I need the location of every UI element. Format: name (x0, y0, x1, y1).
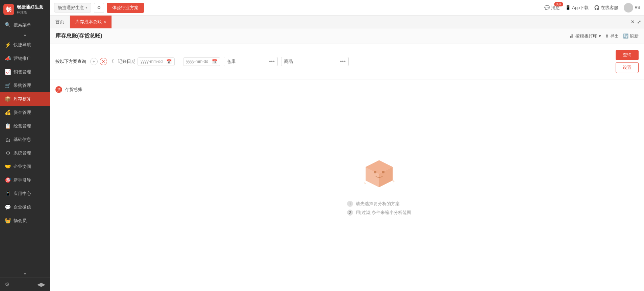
empty-state: 1 请先选择要分析的方案 2 用[过滤]条件来缩小分析范围 (114, 79, 644, 291)
sidebar-item-sales[interactable]: 📈 销售管理 (0, 65, 50, 79)
close-panel-icon[interactable]: ✕ (630, 19, 635, 25)
query-button[interactable]: 查询 (616, 50, 639, 60)
sidebar-item-member[interactable]: 👑 畅会员 (0, 214, 50, 227)
sidebar-item-label: 企业协同 (14, 164, 31, 170)
sidebar-item-finance[interactable]: 💰 资金管理 (0, 106, 50, 119)
settings-icon[interactable]: ⚙ (5, 281, 9, 288)
sidebar-item-purchase[interactable]: 🛒 采购管理 (0, 79, 50, 92)
sidebar-item-enterprise[interactable]: 🤝 企业协同 (0, 160, 50, 173)
refresh-button[interactable]: 🔄 刷新 (623, 33, 639, 39)
headset-icon: 🎧 (594, 5, 599, 10)
sidebar-item-marketing[interactable]: 📣 营销推广 (0, 52, 50, 65)
sidebar-item-wechat[interactable]: 💬 企业微信 (0, 200, 50, 214)
export-label: 导出 (610, 33, 619, 39)
warehouse-more-icon[interactable]: ••• (269, 58, 275, 65)
wechat-icon: 💬 (5, 204, 11, 210)
filter-bar: 按以下方案查询 + ✕ 《 记账日期 yyyy-mm-dd 📅 — yyyy-m… (50, 44, 644, 79)
sidebar: 畅 畅捷通好生意 标准版 🔍 搜索菜单 ▲ ⚡ 快捷导航 📣 营销推广 📈 销售… (0, 0, 50, 291)
print-label: 按模板打印 (575, 33, 597, 39)
tab-inventory-ledger[interactable]: 库存成本总账 × (70, 16, 112, 28)
tip-2: 2 用[过滤]条件来缩小分析范围 (347, 208, 411, 217)
settings-button[interactable]: 设置 (616, 62, 639, 73)
system-icon: ⚙ (5, 150, 11, 156)
app-download-label: App下载 (572, 5, 589, 11)
tab-close-icon[interactable]: × (104, 20, 106, 24)
sidebar-item-system[interactable]: ⚙ 系统管理 (0, 146, 50, 160)
trial-button[interactable]: 体验行业方案 (107, 3, 144, 13)
sidebar-item-label: 销售管理 (14, 69, 31, 75)
operation-icon: 📋 (5, 123, 11, 129)
tip-1-num: 1 (347, 201, 353, 207)
calendar-icon: 📅 (212, 59, 217, 64)
export-button[interactable]: ⬆ 导出 (605, 33, 619, 39)
sidebar-item-label: 应用中心 (14, 191, 31, 197)
date-start-text: yyyy-mm-dd (141, 59, 163, 64)
sidebar-item-label: 经营管理 (14, 123, 31, 129)
goods-more-icon[interactable]: ••• (340, 58, 346, 65)
quick-nav-icon: ⚡ (5, 42, 11, 48)
logo-icon: 畅 (3, 4, 14, 15)
filter-actions: + ✕ 《 (90, 58, 114, 65)
date-end-input[interactable]: yyyy-mm-dd 📅 (183, 57, 220, 66)
svg-marker-9 (393, 180, 395, 183)
logo-text: 畅捷通好生意 标准版 (17, 4, 43, 15)
sidebar-item-guide[interactable]: 🎯 新手引导 (0, 173, 50, 187)
sidebar-item-quick-nav[interactable]: ⚡ 快捷导航 (0, 38, 50, 52)
sidebar-item-label: 新手引导 (14, 177, 31, 183)
message-icon: 💬 (544, 5, 550, 10)
tab-home[interactable]: 首页 (50, 16, 70, 28)
sidebar-item-basic[interactable]: 🗂 基础信息 (0, 133, 50, 146)
export-icon: ⬆ (605, 33, 609, 39)
tip-2-text: 用[过滤]条件来缩小分析范围 (356, 208, 411, 217)
main-content: 畅捷通好生意 ▾ ⚙ 体验行业方案 💬 消息 99+ 📱 App下载 🎧 在线客… (50, 0, 644, 291)
messages-badge: 99+ (554, 2, 563, 6)
gear-button[interactable]: ⚙ (94, 3, 104, 13)
inventory-ledger-label: 存货总账 (65, 87, 82, 93)
calendar-icon: 📅 (166, 59, 172, 64)
scroll-up-arrow[interactable]: ▲ (0, 31, 50, 38)
user-avatar (624, 3, 633, 13)
tab-label: 库存成本总账 (75, 19, 102, 25)
messages-button[interactable]: 💬 消息 99+ (544, 5, 560, 11)
filter-clear-button[interactable]: ✕ (100, 58, 107, 65)
scroll-down-arrow[interactable]: ▼ (0, 270, 50, 277)
date-start-input[interactable]: yyyy-mm-dd 📅 (138, 57, 175, 66)
member-icon: 👑 (5, 218, 11, 224)
user-name: Rit (635, 5, 640, 10)
enterprise-icon: 🤝 (5, 164, 11, 170)
filter-add-button[interactable]: + (90, 58, 98, 65)
print-template-button[interactable]: 🖨 按模板打印 ▾ (570, 33, 601, 39)
sidebar-item-operation[interactable]: 📋 经营管理 (0, 119, 50, 133)
warehouse-field[interactable]: 仓库 ••• (224, 57, 278, 66)
goods-field[interactable]: 商品 ••• (281, 57, 349, 66)
top-bar-right: 💬 消息 99+ 📱 App下载 🎧 在线客服 Rit (544, 3, 640, 13)
online-support-button[interactable]: 🎧 在线客服 (594, 5, 618, 11)
inventory-ledger-item[interactable]: 货 存货总账 (50, 83, 114, 96)
logo-main-text: 畅捷通好生意 (17, 4, 43, 10)
expand-icon[interactable]: ⤢ (637, 19, 641, 25)
sidebar-logo: 畅 畅捷通好生意 标准版 (0, 0, 50, 19)
chevron-down-icon: ▾ (85, 5, 88, 10)
filter-fields: 记账日期 yyyy-mm-dd 📅 — yyyy-mm-dd 📅 仓库 ••• (118, 57, 612, 66)
sidebar-search-label: 搜索菜单 (14, 22, 31, 28)
sidebar-item-label: 系统管理 (14, 150, 31, 156)
refresh-label: 刷新 (630, 33, 639, 39)
collapse-icon[interactable]: ◀▶ (37, 281, 45, 288)
sidebar-search[interactable]: 🔍 搜索菜单 (0, 19, 50, 31)
purchase-icon: 🛒 (5, 82, 11, 89)
sidebar-item-label: 营销推广 (14, 55, 31, 62)
sidebar-item-app-center[interactable]: 📱 应用中心 (0, 187, 50, 200)
sidebar-item-inventory[interactable]: 📦 库存核算 (0, 92, 50, 106)
app-download-button[interactable]: 📱 App下载 (565, 5, 589, 11)
tip-1-text: 请先选择要分析的方案 (356, 199, 400, 208)
svg-point-4 (374, 171, 376, 173)
logo-sub-text: 标准版 (17, 10, 43, 15)
filter-collapse-button[interactable]: 《 (109, 58, 114, 65)
sidebar-item-label: 基础信息 (14, 137, 31, 143)
filter-right-buttons: 查询 设置 (616, 47, 639, 76)
svg-point-5 (382, 171, 385, 173)
breadcrumb[interactable]: 畅捷通好生意 ▾ (54, 3, 91, 13)
marketing-icon: 📣 (5, 55, 11, 62)
warehouse-label: 仓库 (227, 58, 236, 65)
user-menu[interactable]: Rit (624, 3, 640, 13)
